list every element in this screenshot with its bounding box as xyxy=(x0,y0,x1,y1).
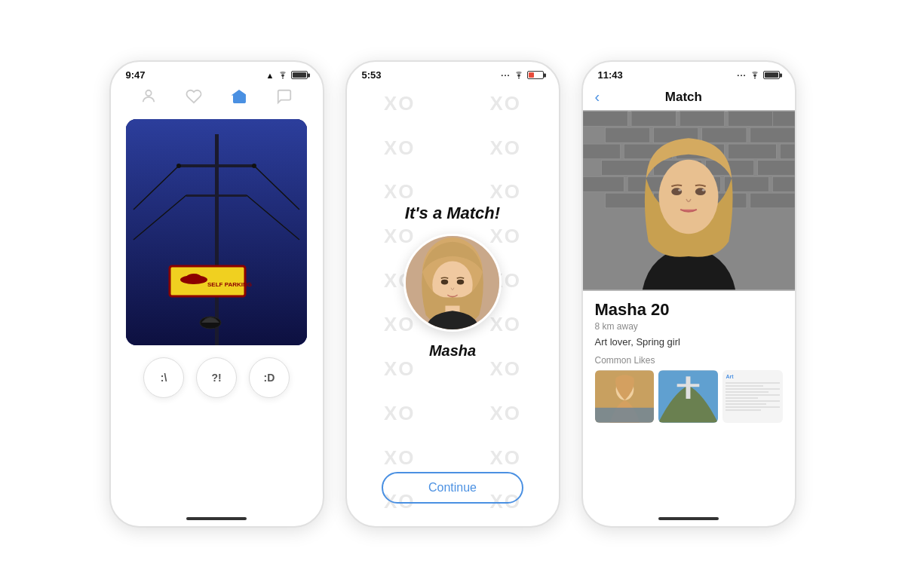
svg-rect-32 xyxy=(701,127,746,142)
like-thumb-3: Art xyxy=(722,370,782,423)
svg-rect-43 xyxy=(583,176,624,191)
signal-dots: ··· xyxy=(501,71,510,80)
svg-rect-48 xyxy=(605,193,649,208)
status-bar-1: 9:47 ▲ xyxy=(111,62,323,84)
svg-point-23 xyxy=(457,280,465,285)
svg-point-54 xyxy=(671,188,682,195)
home-indicator-3 xyxy=(583,511,795,526)
svg-point-0 xyxy=(146,90,151,96)
profile-bio: Art lover, Spring girl xyxy=(595,336,783,348)
svg-rect-38 xyxy=(780,144,795,159)
profile-info: Masha 20 8 km away Art lover, Spring gir… xyxy=(583,291,795,511)
common-likes-title: Common Likes xyxy=(595,355,783,366)
time-3: 11:43 xyxy=(598,69,623,81)
svg-rect-63 xyxy=(677,384,700,387)
nav-home-icon[interactable] xyxy=(231,88,247,109)
back-button[interactable]: ‹ xyxy=(595,88,600,106)
time-1: 9:47 xyxy=(126,69,146,81)
svg-rect-27 xyxy=(680,112,724,127)
app-container: 9:47 ▲ xyxy=(94,45,811,543)
nav-bar-1 xyxy=(111,84,323,112)
svg-rect-34 xyxy=(583,144,620,159)
photo-card: SELF PARKING xyxy=(126,119,307,345)
match-avatar xyxy=(403,234,502,332)
status-icons-2: ··· xyxy=(501,71,543,80)
svg-rect-39 xyxy=(601,161,649,176)
btn-meh[interactable]: :\ xyxy=(143,357,184,398)
svg-point-53 xyxy=(658,160,718,234)
svg-rect-51 xyxy=(750,193,794,208)
like-thumb-1 xyxy=(595,370,655,423)
svg-rect-30 xyxy=(605,127,649,142)
nav-heart-icon[interactable] xyxy=(186,88,202,109)
match-inner: It's a Match! xyxy=(403,91,502,472)
svg-point-11 xyxy=(176,164,181,168)
wifi-icon-2 xyxy=(514,71,524,79)
like-thumb-2 xyxy=(658,370,718,423)
profile-photo xyxy=(583,110,795,291)
common-likes-row: Art xyxy=(595,370,783,423)
svg-point-22 xyxy=(441,280,449,285)
svg-point-12 xyxy=(252,164,256,168)
svg-rect-62 xyxy=(686,376,691,399)
home-indicator-1 xyxy=(111,511,323,526)
screen-title: Match xyxy=(607,90,759,105)
battery-icon-3 xyxy=(763,71,780,79)
svg-rect-29 xyxy=(772,112,795,127)
battery-icon-2 xyxy=(527,71,544,79)
svg-rect-5 xyxy=(186,194,247,197)
wifi-icon xyxy=(278,71,288,79)
signal-dots-3: ··· xyxy=(737,71,746,80)
svg-text:SELF PARKING: SELF PARKING xyxy=(207,281,252,288)
profile-name: Masha 20 xyxy=(595,300,783,320)
btn-question[interactable]: ?! xyxy=(196,357,237,398)
phone-2: 5:53 ··· XO XO XO XO XO XO xyxy=(345,60,560,528)
svg-rect-28 xyxy=(728,112,772,127)
svg-rect-42 xyxy=(757,161,794,176)
wifi-icon-3 xyxy=(750,71,760,79)
svg-point-16 xyxy=(186,274,201,281)
svg-rect-26 xyxy=(631,112,676,127)
phone1-content: SELF PARKING :\ ?! :D xyxy=(111,112,323,511)
match-title: It's a Match! xyxy=(405,204,500,223)
svg-rect-37 xyxy=(728,144,776,159)
top-bar-3: ‹ Match xyxy=(583,84,795,110)
svg-rect-33 xyxy=(750,127,794,142)
phone-1: 9:47 ▲ xyxy=(109,60,324,528)
action-buttons: :\ ?! :D xyxy=(143,357,290,398)
svg-point-55 xyxy=(695,188,705,195)
svg-rect-4 xyxy=(179,164,254,167)
time-2: 5:53 xyxy=(362,69,382,81)
profile-distance: 8 km away xyxy=(595,321,783,332)
match-name: Masha xyxy=(429,342,476,360)
status-icons-3: ··· xyxy=(737,71,779,80)
signal-icon: ▲ xyxy=(266,71,275,80)
svg-point-56 xyxy=(678,189,681,191)
phone-3: 11:43 ··· ‹ Match xyxy=(581,60,796,528)
status-bar-2: 5:53 ··· xyxy=(347,62,559,84)
status-icons-1: ▲ xyxy=(266,71,308,80)
phone2-content: XO XO XO XO XO XO XO XO XO XO XO XO XO X… xyxy=(347,84,559,526)
nav-person-icon[interactable] xyxy=(140,88,157,109)
nav-chat-icon[interactable] xyxy=(276,88,293,109)
btn-happy[interactable]: :D xyxy=(249,357,290,398)
svg-rect-47 xyxy=(772,176,795,191)
continue-button[interactable]: Continue xyxy=(382,472,523,504)
status-bar-3: 11:43 ··· xyxy=(583,62,795,84)
svg-rect-60 xyxy=(595,408,655,423)
svg-rect-25 xyxy=(583,112,627,127)
svg-point-57 xyxy=(701,189,704,191)
battery-icon-1 xyxy=(291,71,308,79)
